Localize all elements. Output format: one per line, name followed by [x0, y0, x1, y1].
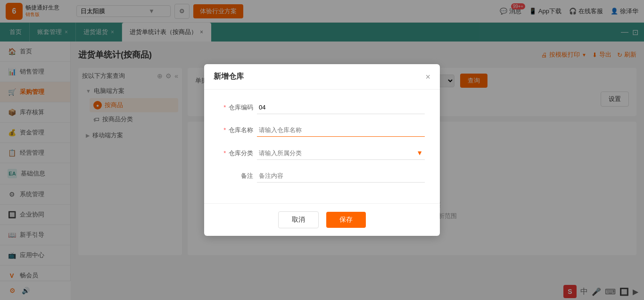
category-label: * 仓库分类	[219, 149, 257, 158]
cancel-button[interactable]: 取消	[278, 211, 319, 228]
code-label: * 仓库编码	[219, 103, 257, 112]
warehouse-code-input[interactable]	[257, 101, 425, 114]
modal-title: 新增仓库	[214, 72, 244, 82]
note-label: 备注	[219, 172, 257, 180]
category-dropdown-icon[interactable]: ▼	[416, 149, 423, 157]
modal-close-button[interactable]: ×	[425, 73, 430, 81]
category-select-row[interactable]: ▼	[257, 146, 425, 160]
required-star-name: *	[223, 126, 226, 133]
form-row-name: * 仓库名称	[219, 124, 425, 137]
save-button[interactable]: 保存	[326, 212, 366, 228]
modal-new-warehouse: 新增仓库 × * 仓库编码 * 仓库名称	[204, 64, 440, 236]
required-star-code: *	[223, 104, 226, 111]
modal-footer: 取消 保存	[204, 203, 440, 236]
category-input[interactable]	[259, 150, 416, 157]
warehouse-note-input[interactable]	[257, 169, 425, 183]
modal-body: * 仓库编码 * 仓库名称 * 仓库分类	[204, 90, 440, 203]
form-row-category: * 仓库分类 ▼	[219, 146, 425, 160]
required-star-category: *	[223, 150, 226, 157]
form-row-code: * 仓库编码	[219, 101, 425, 114]
warehouse-name-input[interactable]	[257, 124, 425, 137]
form-row-note: 备注	[219, 169, 425, 183]
modal-header: 新增仓库 ×	[204, 64, 440, 90]
modal-overlay: 新增仓库 × * 仓库编码 * 仓库名称	[0, 0, 644, 300]
name-label: * 仓库名称	[219, 126, 257, 134]
